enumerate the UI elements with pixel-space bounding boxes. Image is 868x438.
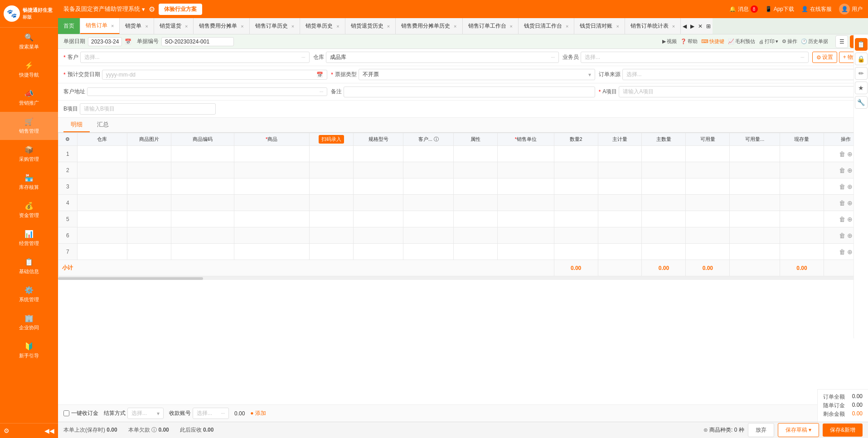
row-4-attribute[interactable] <box>454 195 498 211</box>
row-3-attribute[interactable] <box>454 178 498 195</box>
row-7-available[interactable] <box>686 244 730 260</box>
tab-expense-history[interactable]: 销售费用分摊单历史 × <box>396 18 462 34</box>
row-5-warehouse[interactable] <box>77 211 127 227</box>
payment-method-select[interactable]: 选择... ▾ <box>127 408 164 419</box>
row-7-warehouse[interactable] <box>77 244 127 260</box>
right-panel-tool-btn[interactable]: 🔧 <box>855 96 868 109</box>
tab-daily-clear-workbench[interactable]: 钱货日清工作台 × <box>519 18 574 34</box>
row-6-qty2[interactable] <box>554 227 598 244</box>
row-6-image[interactable] <box>127 227 171 244</box>
tab-close-icon[interactable]: × <box>566 24 568 29</box>
tab-nav-close-all[interactable]: ✕ <box>696 18 704 34</box>
row-1-main-qty[interactable] <box>642 146 686 162</box>
row-6-available2[interactable] <box>730 227 780 244</box>
notifications-area[interactable]: 🔔 消息 8 <box>729 5 758 13</box>
sidebar-item-operations[interactable]: 📊 经营管理 <box>0 224 58 252</box>
right-panel-edit-btn[interactable]: ✏ <box>855 67 868 80</box>
delete-icon[interactable]: 🗑 <box>839 216 845 223</box>
row-4-scan[interactable] <box>309 195 353 211</box>
row-4-code[interactable] <box>171 195 234 211</box>
row-7-attribute[interactable] <box>454 244 498 260</box>
row-4-sales-unit[interactable] <box>498 195 554 211</box>
row-7-main-unit[interactable] <box>598 244 642 260</box>
delete-icon[interactable]: 🗑 <box>839 150 845 158</box>
row-1-main-unit[interactable] <box>598 146 642 162</box>
row-4-qty2[interactable] <box>554 195 598 211</box>
row-6-main-unit[interactable] <box>598 227 642 244</box>
sidebar-item-search[interactable]: 🔍 搜索菜单 <box>0 28 58 56</box>
row-7-code[interactable] <box>171 244 234 260</box>
list-view-icon[interactable]: ☰ <box>835 35 848 48</box>
tab-close-icon[interactable]: × <box>454 24 456 29</box>
tab-sales-order-history[interactable]: 销售订单历史 × <box>250 18 300 34</box>
row-7-available2[interactable] <box>730 244 780 260</box>
row-4-available[interactable] <box>686 195 730 211</box>
doc-date-value[interactable]: 2023-03-24 <box>88 37 122 46</box>
row-6-attribute[interactable] <box>454 227 498 244</box>
right-panel-clipboard-btn[interactable]: 📋 <box>855 38 868 51</box>
tab-close-icon[interactable]: × <box>111 23 114 29</box>
customer-address-input[interactable]: ··· <box>87 87 327 96</box>
row-1-scan[interactable] <box>309 146 353 162</box>
history-btn[interactable]: 🕐 历史单据 <box>801 38 828 45</box>
row-7-stock[interactable] <box>780 244 824 260</box>
row-5-main-qty[interactable] <box>642 211 686 227</box>
row-6-available[interactable] <box>686 227 730 244</box>
delete-icon[interactable]: 🗑 <box>839 199 845 207</box>
row-7-product[interactable] <box>234 244 309 260</box>
delete-icon[interactable]: 🗑 <box>839 248 845 255</box>
row-3-main-qty[interactable] <box>642 178 686 195</box>
row-3-stock[interactable] <box>780 178 824 195</box>
industry-plan-button[interactable]: 体验行业方案 <box>159 4 202 15</box>
row-7-main-qty[interactable] <box>642 244 686 260</box>
shortcut-btn[interactable]: ⌨ 快捷键 <box>701 38 724 45</box>
row-5-spec[interactable] <box>353 211 403 227</box>
tab-close-icon[interactable]: × <box>145 24 148 29</box>
row-7-customer-code[interactable] <box>403 244 454 260</box>
right-panel-lock-btn[interactable]: 🔒 <box>855 53 868 65</box>
row-5-attribute[interactable] <box>454 211 498 227</box>
tab-close-icon[interactable]: × <box>185 24 188 29</box>
row-4-spec[interactable] <box>353 195 403 211</box>
row-3-warehouse[interactable] <box>77 178 127 195</box>
tab-order-workbench[interactable]: 销售订单工作台 × <box>463 18 519 34</box>
tab-nav-prev[interactable]: ◀ <box>681 18 689 34</box>
sidebar-item-quick-nav[interactable]: ⚡ 快捷导航 <box>0 56 58 84</box>
row-6-spec[interactable] <box>353 227 403 244</box>
row-1-available2[interactable] <box>730 146 780 162</box>
row-1-product[interactable] <box>234 146 309 162</box>
row-5-stock[interactable] <box>780 211 824 227</box>
user-area[interactable]: 👤 用户 <box>839 4 863 14</box>
settings-btn[interactable]: ⚙ 设置 <box>812 52 837 63</box>
tab-return-history[interactable]: 销货退货历史 × <box>345 18 396 34</box>
copy-icon[interactable]: ⊕ <box>847 150 853 158</box>
tab-home[interactable]: 首页 <box>58 18 80 34</box>
tab-close-icon[interactable]: × <box>291 24 294 29</box>
tab-sales-expense[interactable]: 销售费用分摊单 × <box>194 18 249 34</box>
sidebar-item-marketing[interactable]: 📣 营销推广 <box>0 84 58 112</box>
row-2-main-unit[interactable] <box>598 162 642 178</box>
row-1-image[interactable] <box>127 146 171 162</box>
scrollbar-thumb[interactable] <box>58 277 203 280</box>
collapse-icon[interactable]: ◀◀ <box>44 427 54 434</box>
row-2-qty2[interactable] <box>554 162 598 178</box>
tab-sales-stats[interactable]: 销售订单统计表 × <box>625 18 681 34</box>
tab-close-icon[interactable]: × <box>510 24 513 29</box>
row-2-product[interactable] <box>234 162 309 178</box>
row-3-code[interactable] <box>171 178 234 195</box>
tab-sales-goods[interactable]: 销货单 × <box>120 18 154 34</box>
row-2-customer-code[interactable] <box>403 162 454 178</box>
row-2-image[interactable] <box>127 162 171 178</box>
row-3-customer-code[interactable] <box>403 178 454 195</box>
delete-icon[interactable]: 🗑 <box>839 232 845 239</box>
save-draft-button[interactable]: 保存草稿 ▾ <box>778 423 819 437</box>
delivery-date-input[interactable]: yyyy-mm-dd 📅 <box>102 70 328 80</box>
copy-icon[interactable]: ⊕ <box>847 167 853 174</box>
topbar-settings-icon[interactable]: ⚙ <box>149 5 155 14</box>
sidebar-item-system[interactable]: ⚙️ 系统管理 <box>0 280 58 308</box>
tab-close-icon[interactable]: × <box>672 24 675 29</box>
row-2-warehouse[interactable] <box>77 162 127 178</box>
print-btn[interactable]: 🖨 打印 ▾ <box>759 38 778 45</box>
row-3-image[interactable] <box>127 178 171 195</box>
row-6-main-qty[interactable] <box>642 227 686 244</box>
